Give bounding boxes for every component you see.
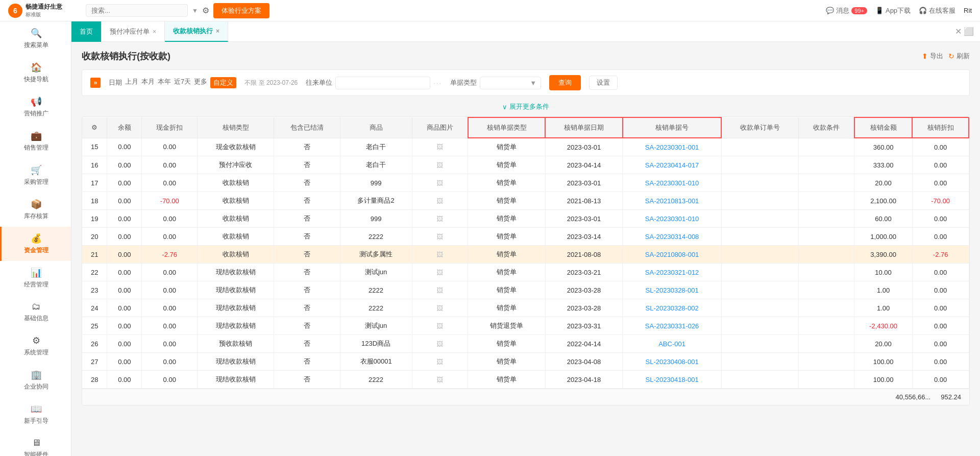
column-settings-button[interactable]: 设置 xyxy=(589,76,618,90)
td-receipt-order-no xyxy=(721,228,798,246)
td-cash-discount: 0.00 xyxy=(142,210,198,228)
system-icon: ⚙ xyxy=(32,335,40,346)
sidebar-item-purchase[interactable]: 🛒 采购管理 xyxy=(0,158,71,193)
date-label: 日期 xyxy=(109,78,122,87)
expand-label: 展开更多条件 xyxy=(509,102,549,111)
prepay-tab-label: 预付冲应付单 xyxy=(110,27,150,36)
td-wo-voucher-no[interactable]: SL-20230418-001 xyxy=(623,371,721,389)
table-row[interactable]: 22 0.00 0.00 现结收款核销 否 测试jun 🖼 销货单 2023-0… xyxy=(82,263,969,281)
tab-close-all-icon[interactable]: ✕ xyxy=(955,27,962,36)
search-input[interactable] xyxy=(86,4,188,17)
td-wo-voucher-no[interactable]: SA-20230314-008 xyxy=(623,228,721,246)
top-bar: 6 畅捷通好生意 标准版 ▼ ⚙ 体验行业方案 💬 消息 99+ 📱 App下载… xyxy=(0,0,980,21)
td-goods: 老白干 xyxy=(340,156,412,174)
td-id: 24 xyxy=(82,299,107,317)
td-wo-discount: 0.00 xyxy=(912,228,969,246)
table-row[interactable]: 28 0.00 0.00 现结收款核销 否 2222 🖼 销货单 2023-04… xyxy=(82,371,969,389)
td-receipt-condition xyxy=(798,353,854,371)
table-row[interactable]: 25 0.00 0.00 现结收款核销 否 测试jun 🖼 销货退货单 2023… xyxy=(82,317,969,335)
td-id: 21 xyxy=(82,246,107,263)
th-cash-discount: 现金折扣 xyxy=(142,117,198,138)
table-row[interactable]: 24 0.00 0.00 现结收款核销 否 2222 🖼 销货单 2023-03… xyxy=(82,299,969,317)
td-goods-image: 🖼 xyxy=(412,174,468,192)
td-cash-discount: 0.00 xyxy=(142,317,198,335)
date-this-year[interactable]: 本年 xyxy=(158,77,171,88)
td-write-off-type: 收款核销 xyxy=(198,210,274,228)
td-goods-image: 🖼 xyxy=(412,192,468,210)
table-row[interactable]: 26 0.00 0.00 预收款核销 否 123D商品 🖼 销货单 2022-0… xyxy=(82,335,969,353)
app-download-button[interactable]: 📱 App下载 xyxy=(875,6,911,15)
sidebar-item-finance[interactable]: 💰 资金管理 xyxy=(0,227,71,261)
page-title: 收款核销执行(按收款) xyxy=(82,50,170,62)
td-cash-discount: 0.00 xyxy=(142,281,198,299)
counterpart-input[interactable] xyxy=(335,77,430,89)
table-row[interactable]: 16 0.00 0.00 预付冲应收 否 老白干 🖼 销货单 2023-04-1… xyxy=(82,156,969,174)
expand-more-conditions[interactable]: ∨ 展开更多条件 xyxy=(82,102,970,111)
sidebar-item-basic[interactable]: 🗂 基础信息 xyxy=(0,295,71,329)
td-wo-voucher-no[interactable]: SL-20230328-002 xyxy=(623,299,721,317)
table-row[interactable]: 18 0.00 -70.00 收款核销 否 多计量商品2 🖼 销货单 2021-… xyxy=(82,192,969,210)
td-wo-voucher-no[interactable]: SL-20230328-001 xyxy=(623,281,721,299)
date-custom[interactable]: 自定义 xyxy=(210,77,236,88)
td-wo-voucher-no[interactable]: SA-20210808-001 xyxy=(623,246,721,263)
sidebar-item-guide[interactable]: 📖 新手引导 xyxy=(0,397,71,431)
tab-home[interactable]: 首页 xyxy=(71,21,102,42)
sales-icon: 💼 xyxy=(31,130,42,141)
date-last-7-days[interactable]: 近7天 xyxy=(174,77,191,88)
td-wo-voucher-no[interactable]: SA-20230331-026 xyxy=(623,317,721,335)
table-row[interactable]: 17 0.00 0.00 收款核销 否 999 🖼 销货单 2023-03-01… xyxy=(82,174,969,192)
td-wo-voucher-no[interactable]: SA-20230301-010 xyxy=(623,210,721,228)
table-row[interactable]: 27 0.00 0.00 现结收款核销 否 衣服00001 🖼 销货单 2023… xyxy=(82,353,969,371)
tab-prepay[interactable]: 预付冲应付单 × xyxy=(102,21,165,42)
td-receipt-order-no xyxy=(721,281,798,299)
sidebar-item-system[interactable]: ⚙ 系统管理 xyxy=(0,329,71,363)
td-wo-voucher-type: 销货单 xyxy=(468,335,546,353)
td-write-off-type: 现结收款核销 xyxy=(198,353,274,371)
td-wo-voucher-no[interactable]: SA-20230414-017 xyxy=(623,156,721,174)
messages-label: 消息 xyxy=(836,6,849,15)
td-wo-voucher-no[interactable]: SA-20230321-012 xyxy=(623,263,721,281)
sidebar-item-search[interactable]: 🔍 搜索菜单 xyxy=(0,21,71,56)
sidebar-item-quick[interactable]: 🏠 快捷导航 xyxy=(0,56,71,90)
settings-icon[interactable]: ⚙ xyxy=(202,6,209,15)
collection-tab-close-icon[interactable]: × xyxy=(216,28,219,35)
td-id: 22 xyxy=(82,263,107,281)
voucher-type-select[interactable]: ▼ xyxy=(480,77,541,89)
sidebar-item-sales[interactable]: 💼 销售管理 xyxy=(0,124,71,158)
table-row[interactable]: 15 0.00 0.00 现金收款核销 否 老白干 🖼 销货单 2023-03-… xyxy=(82,138,969,156)
online-support-button[interactable]: 🎧 在线客服 xyxy=(919,6,955,15)
sidebar-item-hardware[interactable]: 🖥 智能硬件 xyxy=(0,431,71,456)
date-more[interactable]: 更多 xyxy=(194,77,207,88)
messages-button[interactable]: 💬 消息 99+ xyxy=(826,6,867,15)
sidebar-item-operations[interactable]: 📊 经营管理 xyxy=(0,261,71,295)
prepay-tab-close-icon[interactable]: × xyxy=(153,28,156,35)
sidebar-label-basic: 基础信息 xyxy=(24,314,48,323)
date-this-month[interactable]: 本月 xyxy=(141,77,155,88)
tab-maximize-icon[interactable]: ⬜ xyxy=(964,27,974,36)
td-cash-discount: 0.00 xyxy=(142,299,198,317)
query-button[interactable]: 查询 xyxy=(549,75,581,90)
message-icon: 💬 xyxy=(826,7,834,14)
table-row[interactable]: 23 0.00 0.00 现结收款核销 否 2222 🖼 销货单 2023-03… xyxy=(82,281,969,299)
td-wo-voucher-no[interactable]: SA-20230301-010 xyxy=(623,174,721,192)
expand-filter-icon[interactable]: » xyxy=(90,78,101,88)
sidebar-item-marketing[interactable]: 📢 营销推广 xyxy=(0,90,71,124)
guide-icon: 📖 xyxy=(31,403,42,415)
table-row[interactable]: 20 0.00 0.00 收款核销 否 2222 🖼 销货单 2023-03-1… xyxy=(82,228,969,246)
export-button[interactable]: ⬆ 导出 xyxy=(922,52,943,61)
tab-collection[interactable]: 收款核销执行 × xyxy=(165,21,228,42)
td-wo-voucher-no[interactable]: SA-20230301-001 xyxy=(623,138,721,156)
table-row[interactable]: 19 0.00 0.00 收款核销 否 999 🖼 销货单 2023-03-01… xyxy=(82,210,969,228)
date-last-month[interactable]: 上月 xyxy=(125,77,138,88)
table-row[interactable]: 21 0.00 -2.76 收款核销 否 测试多属性 🖼 销货单 2021-08… xyxy=(82,246,969,263)
refresh-button[interactable]: ↻ 刷新 xyxy=(948,52,970,61)
industry-solution-button[interactable]: 体验行业方案 xyxy=(213,3,270,18)
app-logo: 6 xyxy=(8,4,22,18)
td-wo-voucher-no[interactable]: ABC-001 xyxy=(623,335,721,353)
sidebar-item-corp[interactable]: 🏢 企业协同 xyxy=(0,363,71,397)
sidebar-item-inventory[interactable]: 📦 库存核算 xyxy=(0,193,71,227)
td-goods-image: 🖼 xyxy=(412,281,468,299)
td-wo-voucher-no[interactable]: SA-20210813-001 xyxy=(623,192,721,210)
td-wo-voucher-no[interactable]: SL-20230408-001 xyxy=(623,353,721,371)
dropdown-arrow-icon[interactable]: ▼ xyxy=(192,7,198,14)
